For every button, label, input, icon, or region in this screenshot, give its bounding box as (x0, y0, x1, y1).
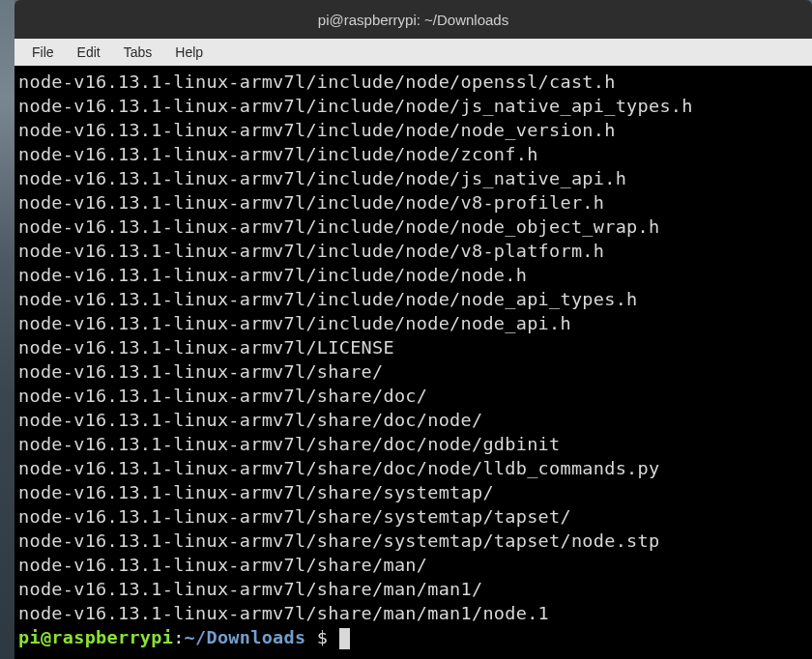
output-line: node-v16.13.1-linux-armv7l/share/doc/nod… (18, 432, 808, 456)
output-line: node-v16.13.1-linux-armv7l/share/systemt… (18, 480, 808, 504)
menu-edit[interactable]: Edit (68, 41, 110, 64)
output-line: node-v16.13.1-linux-armv7l/share/man/ (18, 553, 808, 577)
prompt-path: ~/Downloads (185, 627, 306, 647)
output-line: node-v16.13.1-linux-armv7l/include/node/… (18, 142, 808, 166)
prompt-symbol: $ (305, 627, 338, 647)
output-line: node-v16.13.1-linux-armv7l/share/systemt… (18, 504, 808, 529)
output-line: node-v16.13.1-linux-armv7l/include/node/… (18, 166, 808, 190)
output-line: node-v16.13.1-linux-armv7l/include/node/… (18, 287, 808, 311)
window-title: pi@raspberrypi: ~/Downloads (318, 12, 508, 28)
output-line: node-v16.13.1-linux-armv7l/include/node/… (18, 94, 808, 118)
terminal-output[interactable]: node-v16.13.1-linux-armv7l/include/node/… (14, 66, 812, 659)
output-line: node-v16.13.1-linux-armv7l/share/man/man… (18, 577, 808, 601)
output-line: node-v16.13.1-linux-armv7l/include/node/… (18, 239, 808, 263)
output-line: node-v16.13.1-linux-armv7l/include/node/… (18, 118, 808, 142)
menu-help[interactable]: Help (165, 41, 213, 64)
output-line: node-v16.13.1-linux-armv7l/include/node/… (18, 70, 808, 94)
titlebar[interactable]: pi@raspberrypi: ~/Downloads (14, 0, 812, 39)
output-line: node-v16.13.1-linux-armv7l/include/node/… (18, 311, 808, 335)
menubar: File Edit Tabs Help (14, 39, 812, 66)
output-line: node-v16.13.1-linux-armv7l/share/doc/ (18, 384, 808, 408)
prompt-user-host: pi@raspberrypi (18, 627, 173, 647)
menu-file[interactable]: File (22, 41, 64, 64)
output-line: node-v16.13.1-linux-armv7l/share/systemt… (18, 529, 808, 553)
cursor (339, 628, 350, 649)
prompt-line: pi@raspberrypi:~/Downloads $ (18, 625, 808, 649)
prompt-separator: : (173, 627, 184, 647)
output-line: node-v16.13.1-linux-armv7l/share/ (18, 359, 808, 384)
output-line: node-v16.13.1-linux-armv7l/LICENSE (18, 335, 808, 359)
output-line: node-v16.13.1-linux-armv7l/include/node/… (18, 263, 808, 287)
menu-tabs[interactable]: Tabs (114, 41, 162, 64)
output-line: node-v16.13.1-linux-armv7l/include/node/… (18, 215, 808, 239)
output-line: node-v16.13.1-linux-armv7l/share/doc/nod… (18, 408, 808, 432)
output-line: node-v16.13.1-linux-armv7l/include/node/… (18, 190, 808, 215)
terminal-window: pi@raspberrypi: ~/Downloads File Edit Ta… (0, 0, 812, 659)
output-line: node-v16.13.1-linux-armv7l/share/doc/nod… (18, 456, 808, 480)
output-line: node-v16.13.1-linux-armv7l/share/man/man… (18, 601, 808, 625)
